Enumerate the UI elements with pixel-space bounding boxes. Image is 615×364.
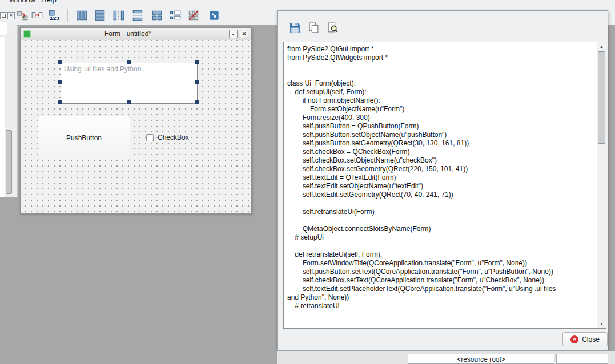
code-scrollbar-thumb[interactable]	[598, 51, 605, 144]
resize-handle-top-left[interactable]	[58, 60, 62, 64]
menu-item-help[interactable]: Help	[41, 0, 57, 5]
menubar: Window Help	[0, 0, 274, 5]
toolbar-separator	[67, 9, 68, 22]
resource-detail-panel	[556, 354, 608, 364]
resize-handle-top-right[interactable]	[195, 60, 199, 64]
panel-divider	[405, 351, 405, 364]
layout-horizontally-icon	[75, 9, 88, 22]
break-layout-icon	[187, 9, 200, 22]
menu-item-window[interactable]: Window	[9, 0, 35, 5]
resource-root-label: <resource root>	[457, 355, 505, 363]
code-viewer-window: from PySide2.QtGui import * from PySide2…	[277, 10, 608, 351]
scroll-down-icon[interactable]: ▼	[597, 320, 606, 327]
resize-handle-left[interactable]	[58, 80, 62, 84]
checkbox-label: CheckBox	[158, 134, 189, 141]
adjust-size-button[interactable]	[207, 8, 222, 23]
code-scrollbar[interactable]: ▲ ▼	[597, 42, 606, 328]
close-circle-icon: ✕	[570, 335, 578, 343]
close-button-label: Close	[582, 335, 600, 343]
form-designer-window: Form - untitled* - ✕ Using .ui files and…	[20, 27, 252, 214]
edit-buddies-button[interactable]	[30, 8, 45, 23]
pushbutton-widget[interactable]: PushButton	[38, 116, 130, 160]
resize-handle-bottom-left[interactable]	[58, 100, 62, 104]
widget-box-scrollbar[interactable]	[5, 37, 12, 197]
find-button[interactable]	[325, 22, 339, 35]
code-editor[interactable]: from PySide2.QtGui import * from PySide2…	[283, 42, 606, 329]
generated-code-text[interactable]: from PySide2.QtGui import * from PySide2…	[284, 42, 606, 313]
resource-root-item[interactable]: <resource root>	[408, 354, 554, 364]
copy-icon	[308, 22, 320, 35]
close-button[interactable]: ✕ Close	[562, 332, 608, 346]
textedit-widget[interactable]: Using .ui files and Python	[61, 63, 198, 104]
edit-signals-slots-icon	[16, 9, 29, 22]
copy-button[interactable]	[307, 22, 320, 35]
form-window-titlebar[interactable]: Form - untitled* - ✕	[21, 28, 251, 41]
find-icon	[327, 22, 339, 35]
edit-tab-order-icon: 123	[48, 9, 61, 22]
textedit-placeholder: Using .ui files and Python	[64, 65, 141, 73]
scroll-up-icon[interactable]: ▲	[597, 43, 606, 50]
resource-browser-strip: <resource root>	[277, 351, 615, 364]
checkbox-indicator[interactable]	[146, 134, 154, 141]
edit-buddies-icon	[31, 9, 43, 22]
resize-handle-top[interactable]	[127, 60, 131, 64]
layout-horizontally-button[interactable]	[74, 8, 89, 23]
layout-horizontal-splitter-icon	[112, 9, 125, 22]
resize-handle-bottom-right[interactable]	[195, 100, 199, 104]
layout-grid-icon	[151, 9, 163, 22]
form-window-title: Form - untitled*	[21, 30, 251, 38]
dock-float-button[interactable]	[0, 12, 7, 19]
svg-text:123: 123	[50, 15, 59, 21]
qt-designer-app: Window Help ✕ 123	[0, 0, 615, 364]
window-close-button[interactable]: ✕	[240, 30, 248, 38]
widget-filter-input[interactable]	[0, 22, 7, 35]
layout-form-icon	[169, 9, 182, 22]
save-icon	[289, 22, 301, 35]
dock-close-button[interactable]: ✕	[7, 12, 15, 19]
form-canvas[interactable]: Using .ui files and Python PushButton Ch…	[21, 40, 251, 213]
widget-box-list	[0, 37, 5, 197]
layout-vertical-splitter-button[interactable]	[130, 8, 145, 23]
layout-form-button[interactable]	[168, 8, 183, 23]
resize-handle-right[interactable]	[195, 80, 199, 84]
layout-vertical-splitter-icon	[131, 9, 144, 22]
layout-vertically-icon	[94, 9, 106, 22]
edit-signals-slots-button[interactable]	[15, 8, 30, 23]
widget-box-dock	[0, 25, 18, 197]
save-button[interactable]	[288, 22, 302, 35]
layout-horizontal-splitter-button[interactable]	[111, 8, 126, 23]
break-layout-button[interactable]	[186, 8, 201, 23]
adjust-size-icon	[208, 9, 220, 22]
checkbox-widget[interactable]: CheckBox	[146, 134, 189, 141]
scrollbar-thumb[interactable]	[6, 130, 12, 194]
resize-handle-bottom[interactable]	[127, 100, 131, 104]
layout-grid-button[interactable]	[150, 8, 164, 23]
edit-tab-order-button[interactable]: 123	[47, 8, 62, 23]
layout-vertically-button[interactable]	[93, 8, 107, 23]
minimize-button[interactable]: -	[229, 30, 238, 38]
